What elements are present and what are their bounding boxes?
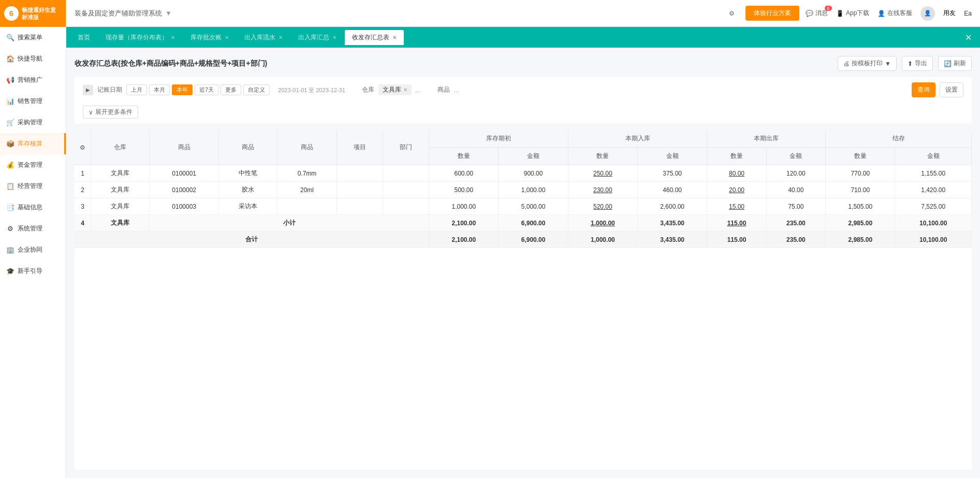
messages-button[interactable]: 💬 消息 6 [806,9,828,18]
sidebar-item-label: 快捷导航 [18,54,42,63]
subtotal-row: 4 文具库 小计 2,100.00 6,900.00 1,000.00 3,43… [75,215,972,231]
row-in-qty[interactable]: 230.00 [568,182,637,198]
download-icon: 📱 [836,10,844,17]
warehouse-more[interactable]: ... [416,86,421,94]
app-download-button[interactable]: 📱 App下载 [836,9,869,18]
system-icon: ⚙ [6,225,14,233]
row-in-qty[interactable]: 250.00 [568,165,637,182]
table-row: 1 文具库 0100001 中性笔 0.7mm 600.00 900.00 25… [75,165,972,182]
print-icon: 🖨 [843,60,850,67]
quick-nav-icon: 🏠 [6,55,14,63]
tab-出入库汇总[interactable]: 出入库汇总✕ [291,30,344,45]
sidebar-item-label: 采购管理 [18,118,42,127]
settings-button[interactable]: 设置 [940,82,963,97]
product-more[interactable]: ... [454,86,459,94]
sidebar-item-marketing[interactable]: 📢营销推广 [0,69,66,91]
th-settings[interactable]: ⚙ [75,130,91,165]
export-button[interactable]: ⬆ 导出 [902,56,933,71]
row-code: 0100003 [150,198,219,215]
sidebar-item-system[interactable]: ⚙系统管理 [0,218,66,239]
subtotal-label: 小计 [150,215,429,231]
app-title-area: 装备及固定资产辅助管理系统 ▼ [75,9,719,18]
total-label: 合计 [75,231,429,248]
sidebar-item-quick-nav[interactable]: 🏠快捷导航 [0,48,66,69]
date-btn-本月[interactable]: 本月 [149,84,170,95]
th-in-qty: 数量 [568,148,637,165]
subtotal-no: 4 [75,215,91,231]
tab-close-icon[interactable]: ✕ [392,35,397,40]
row-project [337,198,383,215]
row-warehouse: 文具库 [91,182,150,198]
subtotal-in-amt: 3,435.00 [638,215,707,231]
service-icon: 👤 [877,10,885,17]
tab-close-icon[interactable]: ✕ [332,35,337,40]
sidebar-item-search[interactable]: 🔍搜索菜单 [0,27,66,48]
tab-出入库流水[interactable]: 出入库流水✕ [237,30,290,45]
purchase-icon: 🛒 [6,119,14,126]
total-in-qty: 1,000.00 [568,231,637,248]
subtotal-in-qty[interactable]: 1,000.00 [568,215,637,231]
row-out-qty[interactable]: 15.00 [707,198,766,215]
tab-close-icon[interactable]: ✕ [279,35,283,40]
row-name: 中性笔 [219,165,277,182]
row-spec [277,198,337,215]
th-code: 商品 [150,130,219,165]
date-btn-更多[interactable]: 更多 [221,84,241,95]
expand-conditions-button[interactable]: ∨ 展开更多条件 [83,106,138,119]
tab-现存量（库存分布表）[interactable]: 现存量（库存分布表）✕ [98,30,182,45]
row-out-qty[interactable]: 80.00 [707,165,766,182]
online-service-button[interactable]: 👤 在线客服 [877,9,912,18]
subtotal-out-qty[interactable]: 115.00 [707,215,766,231]
th-project: 项目 [337,130,383,165]
subtotal-init-qty: 2,100.00 [429,215,499,231]
tab-close-icon[interactable]: ✕ [225,35,229,40]
print-dropdown-icon: ▼ [885,60,891,67]
tab-label: 出入库流水 [244,33,275,42]
refresh-button[interactable]: 🔄 刷新 [938,56,972,71]
date-btn-自定义[interactable]: 自定义 [243,84,270,95]
sidebar-item-label: 企业协同 [18,245,42,254]
date-btn-上月[interactable]: 上月 [126,84,147,95]
sidebar-item-inventory[interactable]: 📦库存核算 [0,133,66,154]
row-name: 胶水 [219,182,277,198]
tab-bar-close-all[interactable]: ✕ [961,31,976,45]
th-init-group: 库存期初 [429,130,568,148]
print-button[interactable]: 🖨 按模板打印 ▼ [838,56,897,71]
row-in-qty[interactable]: 520.00 [568,198,637,215]
experience-button[interactable]: 体验行业方案 [745,6,799,21]
sidebar-item-enterprise[interactable]: 🏢企业协同 [0,239,66,260]
title-dropdown-icon[interactable]: ▼ [165,9,172,17]
sidebar-item-sales[interactable]: 📊销售管理 [0,91,66,112]
warehouse-label: 仓库 [362,85,374,94]
sidebar-item-basic-info[interactable]: 📑基础信息 [0,197,66,218]
sidebar-item-operations[interactable]: 📋经营管理 [0,176,66,197]
total-bal-qty: 2,985.00 [826,231,895,248]
sidebar: 6 畅捷通好生意 标准版 🔍搜索菜单🏠快捷导航📢营销推广📊销售管理🛒采购管理📦库… [0,0,66,478]
sales-icon: 📊 [6,97,14,105]
tab-首页[interactable]: 首页 [70,30,97,45]
tab-收发存汇总表[interactable]: 收发存汇总表✕ [345,30,404,45]
sidebar-item-purchase[interactable]: 🛒采购管理 [0,112,66,133]
sidebar-item-label: 资金管理 [18,161,42,169]
date-btn-本年[interactable]: 本年 [172,84,193,95]
expand-icon: ∨ [89,109,93,116]
sidebar-item-finance[interactable]: 💰资金管理 [0,154,66,176]
user-avatar[interactable]: 👤 [920,6,935,21]
filter-collapse-arrow[interactable]: ▶ [83,85,93,95]
tab-库存批次账[interactable]: 库存批次账✕ [183,30,236,45]
row-out-qty[interactable]: 20.00 [707,182,766,198]
subtotal-bal-qty: 2,985.00 [826,215,895,231]
query-button[interactable]: 查询 [912,82,935,97]
sidebar-item-newbie[interactable]: 🎓新手引导 [0,260,66,282]
date-btn-近7天[interactable]: 近7天 [195,84,218,95]
subtotal-init-amt: 6,900.00 [499,215,568,231]
tab-close-icon[interactable]: ✕ [171,35,175,40]
warehouse-tag-close[interactable]: ✕ [403,87,407,93]
settings-icon[interactable]: ⚙ [725,6,739,21]
th-in-amt: 金额 [638,148,707,165]
row-name: 采访本 [219,198,277,215]
total-init-amt: 6,900.00 [499,231,568,248]
date-range: 2023-01-01 至 2023-12-31 [278,86,345,94]
th-spec: 商品 [277,130,337,165]
sidebar-item-label: 库存核算 [18,139,42,148]
